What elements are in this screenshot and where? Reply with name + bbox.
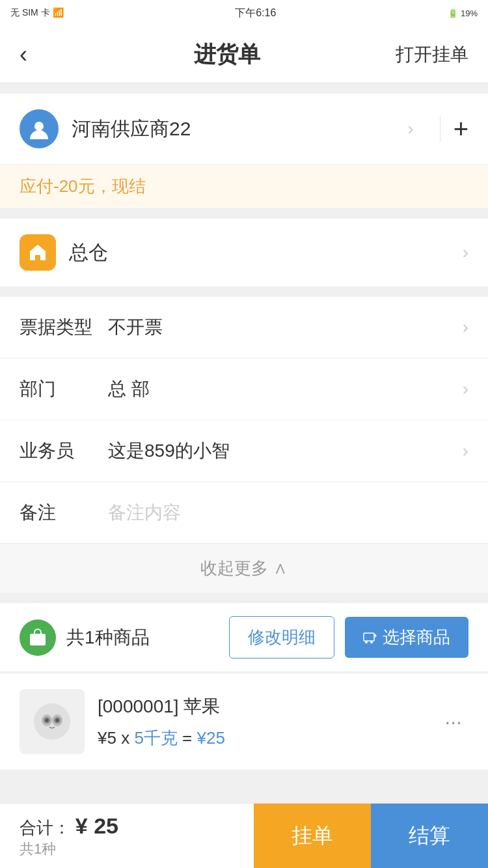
product-item: [0000001] 苹果 ¥5 x 5千克 = ¥25 ··· — [0, 673, 488, 770]
nav-bar: ‹ 进货单 打开挂单 — [0, 26, 488, 83]
equals-sign: = — [182, 728, 197, 748]
warehouse-section[interactable]: 总仓 › — [0, 219, 488, 286]
total-count: 共1种 — [20, 839, 234, 859]
open-hang-button[interactable]: 打开挂单 — [396, 42, 468, 67]
supplier-row[interactable]: 河南供应商22 › + — [0, 94, 488, 165]
total-label: 合计： — [20, 818, 70, 837]
supplier-chevron-icon: › — [407, 118, 413, 139]
warehouse-chevron-icon: › — [463, 242, 468, 263]
cart-plus-icon — [363, 631, 377, 645]
status-left: 无 SIM 卡 📶 — [10, 7, 64, 19]
collapse-label: 收起更多 ∧ — [200, 557, 287, 580]
house-icon — [27, 242, 48, 263]
checkout-button[interactable]: 结算 — [371, 804, 488, 868]
divider-3 — [0, 593, 488, 603]
add-button[interactable]: + — [454, 115, 468, 144]
edit-details-button[interactable]: 修改明细 — [229, 616, 334, 658]
select-product-label: 选择商品 — [383, 626, 450, 649]
supplier-divider — [440, 116, 441, 142]
svg-point-4 — [370, 641, 373, 644]
remark-value[interactable]: 备注内容 — [98, 500, 468, 525]
svg-rect-1 — [30, 634, 46, 645]
invoice-type-label: 票据类型 — [20, 315, 98, 340]
department-label: 部门 — [20, 377, 98, 401]
product-more-button[interactable]: ··· — [438, 703, 468, 740]
status-time: 下午6:16 — [235, 7, 276, 20]
select-product-button[interactable]: 选择商品 — [345, 617, 468, 658]
supplier-section: 河南供应商22 › + 应付-20元，现结 — [0, 94, 488, 208]
price-unit: ¥5 x — [98, 728, 134, 748]
divider-1 — [0, 208, 488, 219]
product-info: [0000001] 苹果 ¥5 x 5千克 = ¥25 — [98, 694, 438, 750]
products-header: 共1种商品 修改明细 选择商品 — [0, 603, 488, 672]
invoice-type-chevron-icon: › — [463, 317, 468, 338]
divider-2 — [0, 286, 488, 297]
divider-top — [0, 83, 488, 94]
products-icon — [20, 619, 56, 656]
svg-rect-2 — [364, 633, 374, 641]
battery-icon: 🔋 — [448, 8, 458, 18]
subtotal-value: ¥25 — [197, 728, 225, 748]
shopping-bag-icon — [27, 627, 48, 648]
warehouse-row[interactable]: 总仓 › — [0, 219, 488, 286]
department-chevron-icon: › — [463, 379, 468, 400]
battery-percent: 19% — [461, 8, 478, 18]
salesperson-row[interactable]: 业务员 这是859的小智 › — [0, 420, 488, 482]
salesperson-value: 这是859的小智 — [98, 439, 463, 463]
salesperson-chevron-icon: › — [463, 441, 468, 461]
total-amount: ¥ 25 — [75, 813, 118, 838]
product-price: ¥5 x 5千克 = ¥25 — [98, 727, 438, 750]
warehouse-name: 总仓 — [69, 239, 463, 266]
person-icon — [27, 117, 51, 141]
svg-point-11 — [56, 719, 59, 722]
product-name: [0000001] 苹果 — [98, 694, 438, 719]
invoice-type-row[interactable]: 票据类型 不开票 › — [0, 297, 488, 359]
back-button[interactable]: ‹ — [20, 41, 59, 68]
remark-label: 备注 — [20, 500, 98, 525]
svg-point-0 — [34, 122, 44, 131]
product-thumbnail — [20, 689, 85, 754]
svg-point-3 — [365, 641, 368, 644]
page-title: 进货单 — [194, 40, 260, 70]
svg-point-10 — [46, 719, 49, 722]
owl-logo — [33, 702, 72, 741]
department-row[interactable]: 部门 总 部 › — [0, 359, 488, 420]
warehouse-icon — [20, 234, 56, 271]
bottom-bar: 合计： ¥ 25 共1种 挂单 结算 — [0, 803, 488, 868]
department-value: 总 部 — [98, 377, 463, 401]
invoice-type-value: 不开票 — [98, 315, 463, 340]
total-row: 合计： ¥ 25 — [20, 813, 234, 839]
supplier-name: 河南供应商22 — [72, 116, 407, 142]
form-section: 票据类型 不开票 › 部门 总 部 › 业务员 这是859的小智 › 备注 备注… — [0, 297, 488, 543]
quantity-value: 5千克 — [134, 728, 177, 748]
products-count: 共1种商品 — [66, 625, 229, 650]
salesperson-label: 业务员 — [20, 439, 98, 463]
status-right: 🔋 19% — [448, 8, 478, 18]
total-section: 合计： ¥ 25 共1种 — [0, 804, 254, 868]
remark-row[interactable]: 备注 备注内容 — [0, 482, 488, 543]
svg-point-5 — [34, 703, 70, 740]
collapse-button[interactable]: 收起更多 ∧ — [0, 543, 488, 593]
supplier-avatar — [20, 109, 59, 148]
payment-notice: 应付-20元，现结 — [0, 165, 488, 208]
hang-button[interactable]: 挂单 — [254, 804, 371, 868]
status-bar: 无 SIM 卡 📶 下午6:16 🔋 19% — [0, 0, 488, 26]
